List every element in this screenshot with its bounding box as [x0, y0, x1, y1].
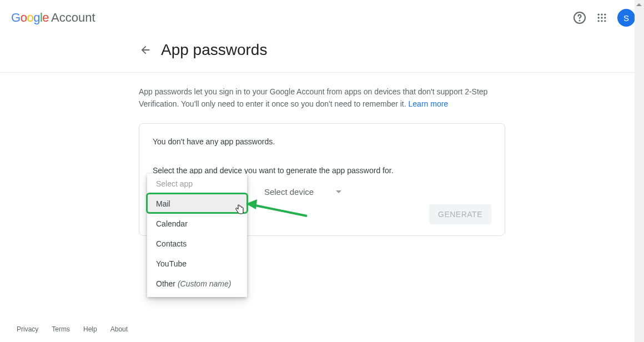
scrollbar-up-icon[interactable]	[636, 3, 642, 6]
header-actions: S	[573, 9, 635, 27]
svg-point-8	[598, 20, 600, 22]
google-logo: Google	[11, 11, 49, 25]
dropdown-header: Select app	[147, 174, 247, 194]
avatar[interactable]: S	[617, 9, 635, 27]
select-device-dropdown[interactable]: Select device	[264, 187, 341, 197]
svg-point-6	[601, 17, 602, 18]
footer-link-help[interactable]: Help	[83, 325, 97, 333]
select-device-label: Select device	[264, 187, 314, 197]
dropdown-item-other[interactable]: Other (Custom name)	[147, 274, 247, 294]
select-app-menu: Select app Mail Calendar Contacts YouTub…	[147, 174, 247, 297]
account-label: Account	[51, 11, 95, 25]
dropdown-item-contacts[interactable]: Contacts	[147, 234, 247, 254]
svg-point-1	[580, 21, 580, 21]
dropdown-item-youtube[interactable]: YouTube	[147, 254, 247, 274]
header: Google Account S	[0, 0, 644, 36]
learn-more-link[interactable]: Learn more	[409, 99, 449, 108]
svg-point-2	[598, 14, 600, 16]
svg-point-3	[601, 14, 602, 16]
divider	[0, 72, 644, 73]
svg-point-5	[598, 17, 600, 18]
logo[interactable]: Google Account	[11, 11, 95, 25]
dropdown-item-mail[interactable]: Mail	[147, 194, 247, 214]
no-passwords-text: You don't have any app passwords.	[153, 137, 491, 146]
svg-point-4	[604, 14, 606, 16]
footer-link-about[interactable]: About	[110, 325, 128, 333]
page-title: App passwords	[161, 41, 267, 59]
svg-point-10	[604, 20, 606, 22]
footer-link-terms[interactable]: Terms	[52, 325, 70, 333]
scrollbar[interactable]	[635, 0, 644, 342]
generate-button[interactable]: GENERATE	[429, 204, 491, 224]
title-row: App passwords	[139, 41, 505, 59]
description: App passwords let you sign in to your Go…	[139, 86, 505, 110]
chevron-down-icon	[336, 190, 341, 193]
help-icon[interactable]	[573, 11, 586, 24]
apps-grid-icon[interactable]	[595, 11, 608, 24]
footer: Privacy Terms Help About	[17, 325, 128, 333]
dropdown-item-calendar[interactable]: Calendar	[147, 214, 247, 234]
footer-link-privacy[interactable]: Privacy	[17, 325, 38, 333]
svg-point-9	[601, 20, 602, 22]
svg-point-7	[604, 17, 606, 18]
back-arrow-icon[interactable]	[139, 43, 152, 57]
